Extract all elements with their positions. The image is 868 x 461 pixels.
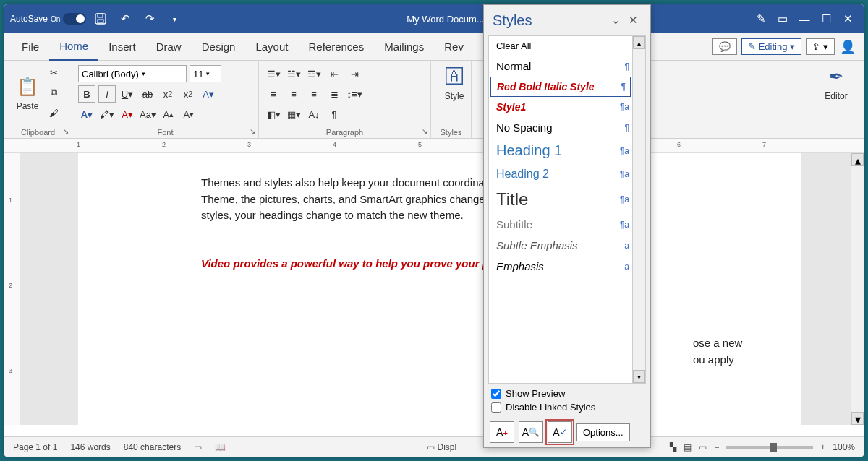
save-icon[interactable] (90, 9, 111, 29)
tab-insert[interactable]: Insert (98, 33, 146, 61)
style-item-4[interactable]: Heading 1¶a (489, 138, 645, 163)
align-right-button[interactable]: ≡ (305, 85, 323, 103)
tab-file[interactable]: File (12, 33, 49, 61)
minimize-icon[interactable]: — (794, 9, 814, 29)
horizontal-ruler[interactable]: 1 2 3 4 5 6 7 (4, 139, 864, 153)
maximize-icon[interactable]: ☐ (816, 9, 836, 29)
page-indicator[interactable]: Page 1 of 1 (13, 442, 57, 452)
tab-review[interactable]: Rev (434, 33, 474, 61)
font-size-combo[interactable]: 11▾ (190, 65, 221, 82)
document-page[interactable]: Themes and styles also help keep your do… (78, 153, 801, 425)
redo-icon[interactable]: ↷ (140, 9, 160, 29)
manage-styles-button[interactable]: A✓ (548, 421, 572, 443)
zoom-in-button[interactable]: + (820, 442, 825, 452)
paste-button[interactable]: 📋 Paste (10, 64, 45, 121)
focus-icon[interactable]: ▭ (194, 442, 202, 452)
style-item-2[interactable]: Style1¶a (489, 97, 645, 117)
style-item-8[interactable]: Subtle Emphasisa (489, 235, 645, 256)
undo-icon[interactable]: ↶ (115, 9, 135, 29)
pane-close-icon[interactable]: ✕ (624, 14, 642, 27)
styles-options-button[interactable]: Options... (576, 423, 630, 441)
font-launcher-icon[interactable]: ↘ (250, 127, 255, 135)
style-inspector-button[interactable]: A🔍 (519, 421, 543, 443)
new-style-button[interactable]: A+ (490, 421, 514, 443)
editor-button[interactable]: ✒ Editor (819, 64, 854, 101)
editing-mode-button[interactable]: ✎ Editing ▾ (741, 38, 802, 55)
ribbon-display-icon[interactable]: ▭ (773, 9, 793, 29)
italic-button[interactable]: I (98, 85, 116, 103)
show-preview-checkbox[interactable]: Show Preview (491, 388, 643, 399)
scroll-up-icon[interactable]: ▴ (633, 36, 645, 49)
scroll-down-icon[interactable]: ▾ (851, 412, 864, 425)
zoom-slider[interactable] (726, 446, 813, 449)
decrease-indent-button[interactable]: ⇤ (326, 65, 343, 82)
align-left-button[interactable]: ≡ (265, 85, 282, 103)
qat-dropdown-icon[interactable]: ▾ (164, 9, 184, 29)
highlight-button[interactable]: 🖍▾ (98, 105, 116, 123)
show-hide-button[interactable]: ¶ (326, 105, 343, 123)
tab-mailings[interactable]: Mailings (374, 33, 434, 61)
text-fill-button[interactable]: A▾ (78, 105, 95, 123)
style-item-1[interactable]: Red Bold Italic Style¶ (490, 77, 631, 97)
tab-design[interactable]: Design (192, 33, 246, 61)
display-settings[interactable]: ▭ Displ (427, 442, 456, 452)
account-icon[interactable]: 👤 (839, 38, 856, 56)
multilevel-list-button[interactable]: ☲▾ (305, 65, 323, 82)
comments-button[interactable]: 💬 (712, 38, 737, 55)
style-item-0[interactable]: Normal¶ (489, 56, 645, 77)
sort-button[interactable]: A↓ (305, 105, 323, 123)
cut-icon[interactable]: ✂ (45, 64, 62, 81)
char-count[interactable]: 840 characters (124, 442, 181, 452)
styles-scrollbar[interactable]: ▴ ▾ (632, 36, 645, 383)
shading-button[interactable]: ◧▾ (265, 105, 282, 123)
disable-linked-checkbox[interactable]: Disable Linked Styles (491, 402, 643, 413)
strikethrough-button[interactable]: ab (139, 85, 156, 103)
shrink-font-button[interactable]: A▾ (180, 105, 197, 123)
zoom-out-button[interactable]: − (714, 442, 719, 452)
copy-icon[interactable]: ⧉ (45, 84, 62, 101)
scroll-up-icon[interactable]: ▴ (851, 153, 864, 166)
bold-button[interactable]: B (78, 85, 95, 103)
superscript-button[interactable]: x2 (179, 85, 197, 103)
style-item-6[interactable]: Title¶a (489, 185, 645, 214)
zoom-level[interactable]: 100% (833, 442, 855, 452)
close-icon[interactable]: ✕ (838, 9, 858, 29)
format-painter-icon[interactable]: 🖌 (45, 104, 62, 121)
grow-font-button[interactable]: A▴ (160, 105, 177, 123)
vertical-ruler[interactable]: 1 2 3 (4, 153, 20, 425)
text-effects-button[interactable]: A▾ (200, 85, 217, 103)
style-item-7[interactable]: Subtitle¶a (489, 214, 645, 235)
line-spacing-button[interactable]: ↕≡▾ (346, 85, 363, 103)
view-web-icon[interactable]: ▭ (699, 442, 707, 452)
document-scrollbar[interactable]: ▴ ▾ (851, 153, 864, 425)
style-item-9[interactable]: Emphasisa (489, 256, 645, 277)
styles-gallery-button[interactable]: 🄰 Style (437, 64, 472, 101)
tab-home[interactable]: Home (49, 33, 98, 61)
subscript-button[interactable]: x2 (159, 85, 176, 103)
align-center-button[interactable]: ≡ (285, 85, 302, 103)
paragraph-launcher-icon[interactable]: ↘ (422, 127, 427, 135)
font-color-button[interactable]: A▾ (119, 105, 136, 123)
tab-draw[interactable]: Draw (146, 33, 192, 61)
change-case-button[interactable]: Aa▾ (139, 105, 157, 123)
justify-button[interactable]: ≣ (326, 85, 343, 103)
borders-button[interactable]: ▦▾ (285, 105, 302, 123)
pane-dropdown-icon[interactable]: ⌄ (607, 14, 624, 27)
increase-indent-button[interactable]: ⇥ (346, 65, 363, 82)
read-mode-icon[interactable]: 📖 (215, 442, 226, 452)
clipboard-launcher-icon[interactable]: ↘ (63, 127, 69, 135)
numbering-button[interactable]: ☱▾ (285, 65, 302, 82)
tab-layout[interactable]: Layout (245, 33, 298, 61)
style-clear-all[interactable]: Clear All (489, 36, 645, 56)
view-print-icon[interactable]: ▤ (684, 442, 692, 452)
underline-button[interactable]: U▾ (119, 85, 136, 103)
bullets-button[interactable]: ☰▾ (265, 65, 282, 82)
view-focus-icon[interactable]: ▚ (670, 442, 676, 452)
autosave-toggle[interactable]: AutoSave On (10, 13, 86, 25)
scroll-down-icon[interactable]: ▾ (633, 370, 645, 383)
tab-references[interactable]: References (298, 33, 374, 61)
share-button[interactable]: ⇪ ▾ (806, 38, 835, 55)
font-name-combo[interactable]: Calibri (Body)▾ (78, 65, 187, 82)
word-count[interactable]: 146 words (70, 442, 110, 452)
style-item-5[interactable]: Heading 2¶a (489, 163, 645, 185)
